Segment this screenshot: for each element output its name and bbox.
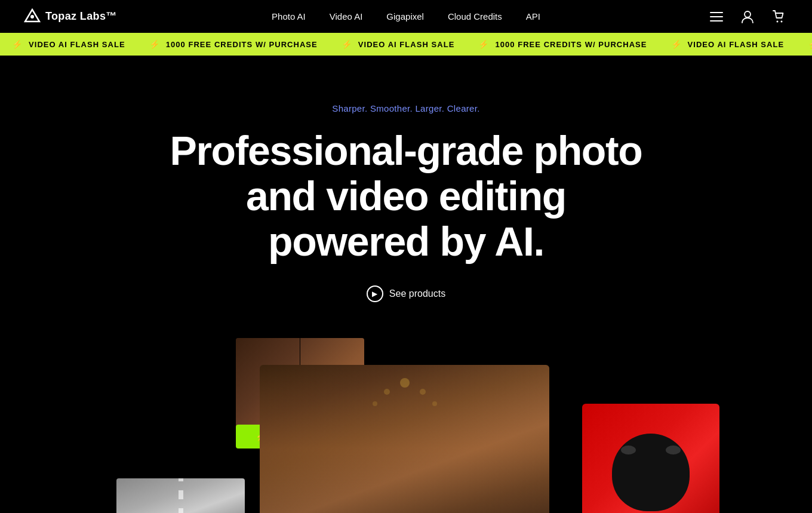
cart-icon [773, 10, 785, 23]
ticker-item: ⚡ 1000 FREE CREDITS W/ PURCHASE [137, 39, 330, 49]
nav-photo-ai[interactable]: Photo AI [272, 11, 306, 21]
nav-api[interactable]: API [526, 11, 540, 21]
ticker-item: ⚡ VIDEO AI FLASH SALE [0, 39, 137, 49]
ticker-text: VIDEO AI FLASH SALE [29, 40, 125, 49]
svg-point-9 [384, 389, 390, 395]
ticker-item: ⚡ 1000 FREE CREDITS W/ PURCHASE [796, 39, 812, 49]
bolt-icon: ⚡ [808, 39, 812, 49]
svg-point-6 [777, 20, 779, 22]
ticker-track: ⚡ VIDEO AI FLASH SALE ⚡ 1000 FREE CREDIT… [0, 39, 812, 49]
menu-icon [710, 12, 723, 21]
svg-point-11 [373, 401, 377, 406]
ticker-text: 1000 FREE CREDITS W/ PURCHASE [166, 40, 318, 49]
bolt-icon: ⚡ [149, 39, 160, 49]
bolt-icon: ⚡ [671, 39, 682, 49]
see-products-button[interactable]: ▶ See products [367, 285, 445, 302]
chandelier-decoration [345, 371, 465, 419]
nav-video-ai[interactable]: Video AI [330, 11, 363, 21]
hero-title: Professional-grade photo and video editi… [167, 128, 645, 264]
logo-text: Topaz Labs™ [45, 10, 117, 23]
cta-label: See products [389, 288, 445, 299]
road-markings [179, 478, 183, 513]
pug-photo [582, 404, 719, 513]
ticker-item: ⚡ VIDEO AI FLASH SALE [330, 39, 467, 49]
menu-button[interactable] [707, 7, 726, 26]
svg-point-12 [432, 401, 437, 406]
hero-tagline: Sharper. Smoother. Larger. Clearer. [24, 103, 788, 113]
logo-icon [24, 8, 41, 25]
bolt-icon: ⚡ [478, 39, 489, 49]
cart-button[interactable] [769, 7, 788, 26]
svg-point-5 [745, 11, 751, 17]
ticker-item: ⚡ VIDEO AI FLASH SALE [659, 39, 796, 49]
video-main-image [260, 365, 549, 513]
svg-point-10 [420, 389, 426, 395]
account-button[interactable] [738, 7, 757, 26]
demo-images-section: ⚡ Run Autopilot [0, 338, 812, 513]
promo-ticker: ⚡ VIDEO AI FLASH SALE ⚡ 1000 FREE CREDIT… [0, 33, 812, 56]
ticker-text: 1000 FREE CREDITS W/ PURCHASE [495, 40, 647, 49]
pug-silhouette [612, 434, 690, 511]
svg-rect-4 [710, 20, 723, 21]
svg-rect-2 [710, 12, 723, 13]
road-photo [116, 478, 245, 513]
nav-gigapixel[interactable]: Gigapixel [386, 11, 424, 21]
nav-cloud-credits[interactable]: Cloud Credits [448, 11, 502, 21]
ticker-text: VIDEO AI FLASH SALE [688, 40, 785, 49]
hero-section: Sharper. Smoother. Larger. Clearer. Prof… [0, 56, 812, 338]
nav-links: Photo AI Video AI Gigapixel Cloud Credit… [272, 11, 540, 21]
svg-rect-3 [710, 16, 723, 17]
svg-point-1 [30, 15, 34, 19]
navbar: Topaz Labs™ Photo AI Video AI Gigapixel … [0, 0, 812, 33]
ticker-text: VIDEO AI FLASH SALE [358, 40, 455, 49]
play-circle-icon: ▶ [367, 285, 383, 302]
svg-point-8 [400, 378, 410, 388]
nav-actions [707, 7, 788, 26]
bolt-icon: ⚡ [342, 39, 352, 49]
svg-point-7 [781, 20, 783, 22]
user-icon [742, 10, 753, 23]
logo[interactable]: Topaz Labs™ [24, 8, 117, 25]
bolt-icon: ⚡ [12, 39, 23, 49]
ticker-item: ⚡ 1000 FREE CREDITS W/ PURCHASE [466, 39, 659, 49]
